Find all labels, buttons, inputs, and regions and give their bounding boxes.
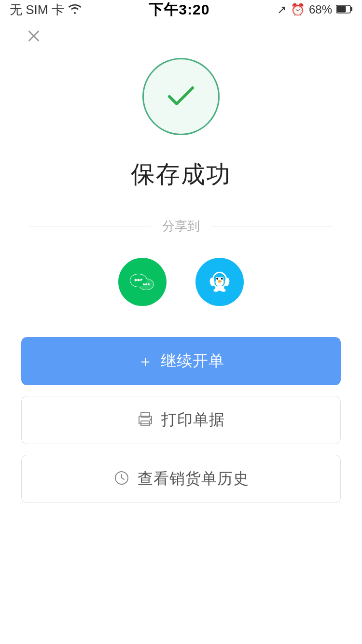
divider-line-left (29, 226, 151, 226)
status-time: 下午3:20 (149, 0, 209, 20)
success-circle (142, 58, 220, 135)
svg-point-29 (150, 419, 152, 420)
svg-point-6 (135, 279, 137, 281)
print-button[interactable]: 打印单据 (21, 396, 341, 444)
success-title: 保存成功 (131, 158, 231, 191)
wifi-icon (68, 2, 82, 17)
battery-text: 68% (309, 3, 332, 16)
status-left: 无 SIM 卡 (10, 1, 82, 18)
continue-label: 继续开单 (161, 350, 224, 372)
svg-point-20 (218, 280, 222, 283)
svg-point-19 (221, 278, 223, 280)
status-bar: 无 SIM 卡 下午3:20 ↗ ⏰ 68% (0, 0, 362, 19)
location-icon: ↗ (277, 3, 287, 16)
svg-point-25 (221, 289, 226, 292)
close-button[interactable] (23, 25, 44, 46)
svg-rect-1 (350, 7, 352, 11)
print-icon (137, 411, 153, 429)
history-button[interactable]: 查看销货单历史 (21, 455, 341, 503)
svg-point-18 (216, 278, 218, 280)
share-icons-row (118, 258, 244, 306)
share-qq-button[interactable] (195, 258, 244, 306)
continue-button[interactable]: ＋ 继续开单 (21, 337, 341, 385)
battery-icon (336, 3, 352, 16)
svg-rect-2 (336, 6, 346, 13)
history-icon (113, 470, 130, 489)
no-sim-text: 无 SIM 卡 (10, 1, 64, 18)
action-buttons: ＋ 继续开单 打印单据 查看销货单历史 (0, 337, 362, 503)
svg-point-11 (145, 283, 147, 285)
share-divider: 分享到 (0, 218, 362, 235)
plus-icon: ＋ (138, 353, 153, 369)
alarm-icon: ⏰ (291, 3, 305, 16)
history-label: 查看销货单历史 (138, 468, 249, 490)
status-right: ↗ ⏰ 68% (277, 3, 352, 16)
svg-point-7 (138, 279, 140, 281)
share-label: 分享到 (151, 218, 211, 235)
svg-point-10 (143, 283, 145, 285)
divider-line-right (211, 226, 333, 226)
svg-point-24 (213, 289, 218, 292)
main-content: 保存成功 分享到 (0, 19, 362, 503)
svg-point-12 (148, 283, 150, 285)
share-wechat-button[interactable] (118, 258, 167, 306)
print-label: 打印单据 (161, 409, 225, 431)
